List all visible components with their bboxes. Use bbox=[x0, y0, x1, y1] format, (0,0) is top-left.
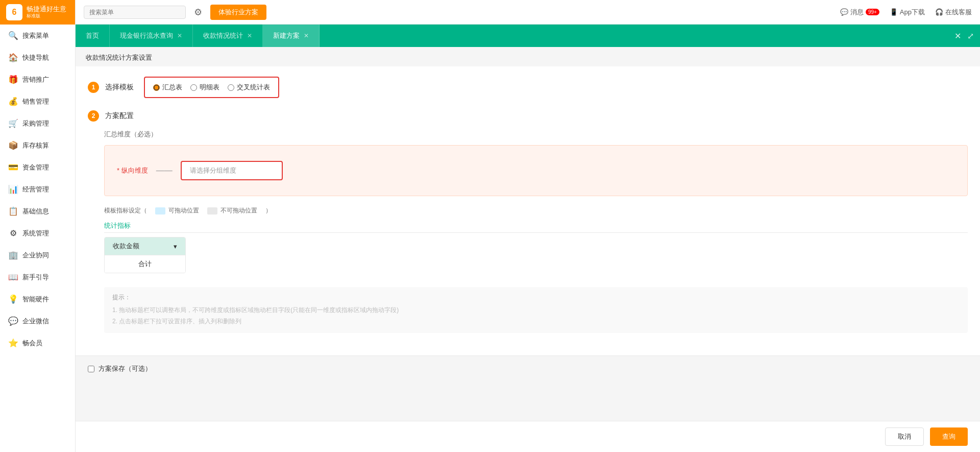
sidebar-item-label: 搜索菜单 bbox=[22, 31, 49, 40]
tab-receipt-stat-label: 收款情况统计 bbox=[203, 31, 243, 40]
radio-summary[interactable]: 汇总表 bbox=[153, 83, 182, 92]
chart-icon: 📊 bbox=[8, 184, 18, 194]
tab-bar: 首页 现金银行流水查询 ✕ 收款情况统计 ✕ 新建方案 ✕ ✕ ⤢ bbox=[76, 25, 980, 47]
sidebar-item-inventory[interactable]: 📦 库存核算 bbox=[0, 134, 75, 156]
message-label: 消息 bbox=[850, 8, 864, 17]
step2-title: 方案配置 bbox=[105, 111, 134, 121]
sidebar-item-management[interactable]: 📊 经营管理 bbox=[0, 178, 75, 200]
sidebar-item-label: 资金管理 bbox=[22, 163, 49, 172]
download-label: App下载 bbox=[900, 8, 925, 17]
query-button[interactable]: 查询 bbox=[930, 427, 968, 446]
download-item[interactable]: 📱 App下载 bbox=[890, 8, 925, 17]
tab-expand-icon[interactable]: ⤢ bbox=[967, 31, 974, 41]
tab-bank-flow[interactable]: 现金银行流水查询 ✕ bbox=[110, 25, 193, 47]
sidebar-item-system[interactable]: ⚙ 系统管理 bbox=[0, 222, 75, 244]
tab-close-all-icon[interactable]: ✕ bbox=[954, 31, 961, 41]
metrics-header-cell[interactable]: 收款金额 ▾ bbox=[105, 237, 185, 255]
radio-detail-label: 明细表 bbox=[200, 83, 219, 92]
dimension-config: 汇总维度（必选） * 纵向维度 —— 请选择分组维度 模板指标设定（ bbox=[104, 130, 968, 333]
sidebar-item-label: 企业协同 bbox=[22, 251, 49, 260]
header-right: 💬 消息 99+ 📱 App下载 🎧 在线客服 bbox=[840, 8, 972, 17]
tab-new-plan-close[interactable]: ✕ bbox=[304, 32, 309, 39]
logo-icon: 6 bbox=[6, 4, 22, 20]
service-icon: 🎧 bbox=[935, 8, 943, 16]
bulb-icon: 💡 bbox=[8, 294, 18, 304]
radio-summary-input[interactable] bbox=[153, 84, 160, 91]
cancel-button[interactable]: 取消 bbox=[885, 427, 924, 446]
card-icon: 💳 bbox=[8, 162, 18, 172]
dimension-input-box[interactable]: 请选择分组维度 bbox=[181, 161, 283, 180]
tab-new-plan[interactable]: 新建方案 ✕ bbox=[263, 25, 320, 47]
search-area bbox=[84, 6, 186, 19]
footer-bar: 取消 查询 bbox=[76, 421, 980, 452]
sidebar-item-label: 销售管理 bbox=[22, 97, 49, 106]
radio-detail[interactable]: 明细表 bbox=[190, 83, 219, 92]
hint-close: ） bbox=[265, 206, 272, 215]
gear-settings-icon[interactable]: ⚙ bbox=[194, 7, 202, 18]
building-icon: 🏢 bbox=[8, 250, 18, 260]
template-select-box: 汇总表 明细表 交叉统计表 bbox=[144, 77, 279, 98]
radio-cross-input[interactable] bbox=[228, 84, 234, 91]
sidebar-item-label: 采购管理 bbox=[22, 119, 49, 128]
sidebar-item-label: 企业微信 bbox=[22, 317, 49, 326]
sidebar-item-finance[interactable]: 💳 资金管理 bbox=[0, 156, 75, 178]
dimension-area: * 纵向维度 —— 请选择分组维度 bbox=[104, 145, 968, 196]
sidebar-item-search[interactable]: 🔍 搜索菜单 bbox=[0, 25, 75, 46]
sidebar-item-enterprise[interactable]: 🏢 企业协同 bbox=[0, 244, 75, 266]
sidebar-item-quick-nav[interactable]: 🏠 快捷导航 bbox=[0, 46, 75, 68]
sidebar-item-guide[interactable]: 📖 新手引导 bbox=[0, 266, 75, 288]
column-dropdown-icon[interactable]: ▾ bbox=[174, 243, 177, 250]
service-item[interactable]: 🎧 在线客服 bbox=[935, 8, 972, 17]
sidebar-item-label: 新手引导 bbox=[22, 273, 49, 282]
message-item[interactable]: 💬 消息 99+ bbox=[840, 8, 879, 17]
save-checkbox[interactable] bbox=[88, 366, 94, 372]
tab-home[interactable]: 首页 bbox=[76, 25, 110, 47]
sidebar-item-member[interactable]: ⭐ 畅会员 bbox=[0, 332, 75, 354]
gift-icon: 🎁 bbox=[8, 75, 18, 84]
sidebar-logo: 6 畅捷通好生意 标准版 bbox=[0, 0, 75, 25]
sidebar-item-purchase[interactable]: 🛒 采购管理 bbox=[0, 112, 75, 134]
radio-cross[interactable]: 交叉统计表 bbox=[228, 83, 270, 92]
clipboard-icon: 📋 bbox=[8, 206, 18, 216]
stats-label: 统计指标 bbox=[104, 221, 968, 233]
radio-detail-input[interactable] bbox=[190, 84, 197, 91]
search-icon: 🔍 bbox=[8, 31, 18, 40]
hint-not-draggable-label: 不可拖动位置 bbox=[220, 206, 257, 215]
step1-badge: 1 bbox=[88, 82, 99, 93]
tab-home-label: 首页 bbox=[86, 31, 99, 40]
metrics-data-cell: 合计 bbox=[105, 255, 185, 273]
sidebar-item-label: 经营管理 bbox=[22, 185, 49, 194]
sidebar-item-sales[interactable]: 💰 销售管理 bbox=[0, 90, 75, 112]
metrics-table: 收款金额 ▾ 合计 bbox=[104, 237, 186, 273]
step1-section: 1 选择模板 汇总表 明细表 bbox=[88, 77, 968, 98]
tab-new-plan-label: 新建方案 bbox=[273, 31, 300, 40]
search-input[interactable] bbox=[84, 6, 186, 19]
hint-draggable: 可拖动位置 bbox=[155, 206, 199, 215]
tab-receipt-stat[interactable]: 收款情况统计 ✕ bbox=[193, 25, 263, 47]
column-header-label: 收款金额 bbox=[113, 242, 139, 251]
sidebar-item-wechat[interactable]: 💬 企业微信 bbox=[0, 310, 75, 332]
breadcrumb: 收款情况统计方案设置 bbox=[86, 54, 152, 61]
sidebar-item-marketing[interactable]: 🎁 营销推广 bbox=[0, 68, 75, 90]
step1-row: 1 选择模板 汇总表 明细表 bbox=[88, 77, 968, 98]
sidebar-item-label: 快捷导航 bbox=[22, 53, 49, 62]
tab-bank-flow-close[interactable]: ✕ bbox=[177, 32, 182, 39]
sidebar-item-basic[interactable]: 📋 基础信息 bbox=[0, 200, 75, 222]
box-icon: 📦 bbox=[8, 140, 18, 150]
star-icon: ⭐ bbox=[8, 338, 18, 348]
sidebar-item-label: 营销推广 bbox=[22, 75, 49, 84]
tab-receipt-stat-close[interactable]: ✕ bbox=[247, 32, 252, 39]
chat-icon: 💬 bbox=[8, 316, 18, 326]
vertical-dimension-label: * 纵向维度 bbox=[117, 166, 148, 175]
sidebar-item-label: 基础信息 bbox=[22, 207, 49, 216]
content-header: 收款情况统计方案设置 bbox=[76, 47, 980, 66]
content-body: 1 选择模板 汇总表 明细表 bbox=[76, 66, 980, 355]
cart-icon: 🛒 bbox=[8, 118, 18, 128]
hint-box-blue bbox=[155, 207, 165, 215]
book-icon: 📖 bbox=[8, 272, 18, 282]
radio-group: 汇总表 明细表 交叉统计表 bbox=[153, 83, 270, 92]
metrics-config-label: 模板指标设定（ bbox=[104, 206, 147, 215]
tips-item-1: 1. 拖动标题栏可以调整布局，不可跨维度或指标区域拖动栏目字段(只能在同一维度或… bbox=[112, 305, 960, 316]
trial-button[interactable]: 体验行业方案 bbox=[210, 5, 266, 20]
sidebar-item-hardware[interactable]: 💡 智能硬件 bbox=[0, 288, 75, 310]
